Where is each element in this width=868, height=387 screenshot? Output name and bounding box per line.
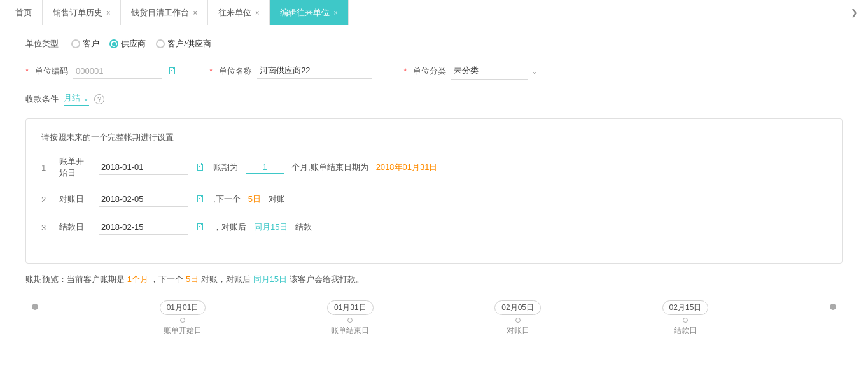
preview-part3: 同月15日: [253, 274, 287, 284]
payment-condition-value: 月结: [64, 92, 80, 104]
unit-category-group: * 单位分类 未分类 ⌄: [403, 62, 538, 80]
preview-suffix: 该客户会给我打款。: [290, 274, 364, 284]
row2-desc-suffix: 对账: [269, 194, 285, 205]
radio-dot-supplier: [112, 42, 116, 46]
row3-desc-suffix: 结款: [295, 222, 312, 233]
unit-info-row: * 单位编码 🗓 * 单位名称 * 单位分类 未分类 ⌄: [25, 62, 843, 80]
reconcile-date-calendar-icon[interactable]: 🗓: [195, 194, 206, 205]
timeline-point-end: [830, 300, 836, 310]
row1-desc-prefix: 账期为: [213, 162, 238, 173]
timeline-chart-container: 01月01日 账单开始日 01月31日 账单结束日 02月05日 对账日: [25, 300, 843, 339]
row-num-2: 2: [41, 195, 52, 204]
timeline-badge-date3: 02月05日: [494, 300, 541, 315]
payment-condition-label: 收款条件: [25, 94, 59, 105]
payment-date-input[interactable]: [99, 220, 188, 235]
row1-desc-suffix: 个月,账单结束日期为: [291, 162, 368, 173]
unit-category-chevron[interactable]: ⌄: [531, 67, 538, 76]
timeline-point-date2: 01月31日 账单结束日: [327, 300, 374, 336]
tab-close-counterpart[interactable]: ×: [255, 9, 259, 17]
radio-customer[interactable]: 客户: [71, 38, 99, 50]
radio-circle-both: [156, 39, 165, 48]
payment-condition-row: 收款条件 月结 ⌄ ?: [25, 92, 843, 106]
tab-home[interactable]: 首页: [5, 0, 43, 25]
settings-box: 请按照未来的一个完整帐期进行设置 1 账单开始日 🗓 账期为 个月,账单结束日期…: [25, 118, 843, 264]
timeline-dot-date4: [683, 318, 688, 323]
row2-highlight: 5日: [248, 194, 261, 205]
unit-code-icon[interactable]: 🗓: [167, 66, 178, 77]
row-num-3: 3: [41, 223, 52, 232]
tab-close-edit-counterpart[interactable]: ×: [333, 9, 337, 17]
radio-circle-supplier: [109, 39, 118, 48]
timeline-sublabel-date1: 账单开始日: [164, 325, 202, 336]
preview-label: 账期预览：当前客户账期是: [25, 274, 125, 284]
unit-code-input[interactable]: [73, 64, 162, 79]
start-date-input[interactable]: [99, 160, 188, 175]
unit-code-group: * 单位编码 🗓: [25, 64, 178, 79]
preview-sep1: ，下一个: [150, 274, 183, 284]
unit-name-label: 单位名称: [219, 66, 252, 77]
timeline-sublabel-date2: 账单结束日: [331, 325, 369, 336]
timeline-row-3: 3 结款日 🗓 ，对账后 同月15日 结款: [41, 220, 827, 235]
timeline-badge-date4: 02月15日: [662, 300, 709, 315]
unit-type-label: 单位类型: [25, 38, 59, 50]
timeline-points: 01月01日 账单开始日 01月31日 账单结束日 02月05日 对账日: [32, 300, 836, 336]
timeline-chart: 01月01日 账单开始日 01月31日 账单结束日 02月05日 对账日: [32, 300, 836, 339]
tab-counterpart[interactable]: 往来单位 ×: [208, 0, 270, 25]
timeline-point-date1: 01月01日 账单开始日: [160, 300, 206, 336]
radio-both[interactable]: 客户/供应商: [156, 38, 211, 50]
tab-more-arrow[interactable]: ❯: [846, 0, 863, 25]
timeline-badge-date1: 01月01日: [160, 300, 206, 315]
preview-text: 账期预览：当前客户账期是 1个月 ，下一个 5日 对账，对账后 同月15日 该客…: [25, 274, 843, 285]
row-type-label-1: 账单开始日: [59, 156, 91, 179]
unit-category-star: *: [403, 66, 407, 76]
unit-category-select[interactable]: 未分类 ⌄: [451, 62, 538, 80]
payment-help-icon[interactable]: ?: [94, 94, 104, 104]
preview-part2: 5日: [186, 274, 199, 284]
unit-category-label: 单位分类: [413, 66, 446, 77]
row-type-label-3: 结款日: [59, 222, 91, 233]
row-type-label-2: 对账日: [59, 194, 91, 205]
preview-sep2: 对账，对账后: [201, 274, 251, 284]
timeline-point-start: [32, 300, 38, 310]
settings-instruction: 请按照未来的一个完整帐期进行设置: [41, 132, 827, 143]
main-content: 单位类型 客户 供应商 客户/供应商 * 单位编码 🗓: [0, 25, 868, 387]
radio-supplier[interactable]: 供应商: [109, 38, 146, 50]
timeline-dot-start: [32, 304, 38, 310]
radio-circle-customer: [71, 39, 80, 48]
unit-name-group: * 单位名称: [209, 64, 372, 79]
tab-sales-history[interactable]: 销售订单历史 ×: [43, 0, 121, 25]
preview-part1: 1个月: [127, 274, 148, 284]
timeline-sublabel-date4: 结款日: [674, 325, 697, 336]
timeline-dot-date3: [515, 318, 521, 323]
row3-highlight: 同月15日: [254, 222, 288, 233]
tab-edit-counterpart[interactable]: 编辑往来单位 ×: [270, 0, 348, 25]
unit-name-star: *: [209, 66, 213, 76]
row2-desc-prefix: ,下一个: [213, 194, 241, 205]
row-num-1: 1: [41, 163, 52, 172]
timeline-row-1: 1 账单开始日 🗓 账期为 个月,账单结束日期为 2018年01月31日: [41, 156, 827, 179]
tab-close-cash-workbench[interactable]: ×: [193, 9, 197, 17]
timeline-dot-end: [830, 304, 836, 310]
unit-name-input[interactable]: [257, 64, 372, 79]
timeline-badge-date2: 01月31日: [327, 300, 374, 315]
start-date-calendar-icon[interactable]: 🗓: [195, 162, 206, 173]
unit-code-star: *: [25, 66, 29, 76]
unit-category-value: 未分类: [451, 62, 528, 80]
timeline-point-date4: 02月15日 结款日: [662, 300, 709, 336]
timeline-row-2: 2 对账日 🗓 ,下一个 5日 对账: [41, 192, 827, 207]
reconcile-date-input[interactable]: [99, 192, 188, 207]
payment-chevron-icon[interactable]: ⌄: [83, 94, 89, 102]
tab-bar: 首页 销售订单历史 × 钱货日清工作台 × 往来单位 × 编辑往来单位 × ❯: [0, 0, 868, 25]
timeline-dot-date2: [347, 318, 353, 323]
unit-type-radio-group: 客户 供应商 客户/供应商: [71, 38, 211, 50]
payment-date-calendar-icon[interactable]: 🗓: [195, 222, 206, 233]
tab-cash-workbench[interactable]: 钱货日清工作台 ×: [121, 0, 207, 25]
timeline-sublabel-date3: 对账日: [507, 325, 529, 336]
timeline-point-date3: 02月05日 对账日: [494, 300, 541, 336]
row1-date-highlight: 2018年01月31日: [376, 162, 438, 173]
tab-close-sales-history[interactable]: ×: [106, 9, 110, 17]
payment-condition-select[interactable]: 月结 ⌄: [64, 92, 89, 106]
timeline-dot-date1: [180, 318, 185, 323]
unit-type-row: 单位类型 客户 供应商 客户/供应商: [25, 38, 843, 50]
months-input[interactable]: [246, 161, 284, 174]
